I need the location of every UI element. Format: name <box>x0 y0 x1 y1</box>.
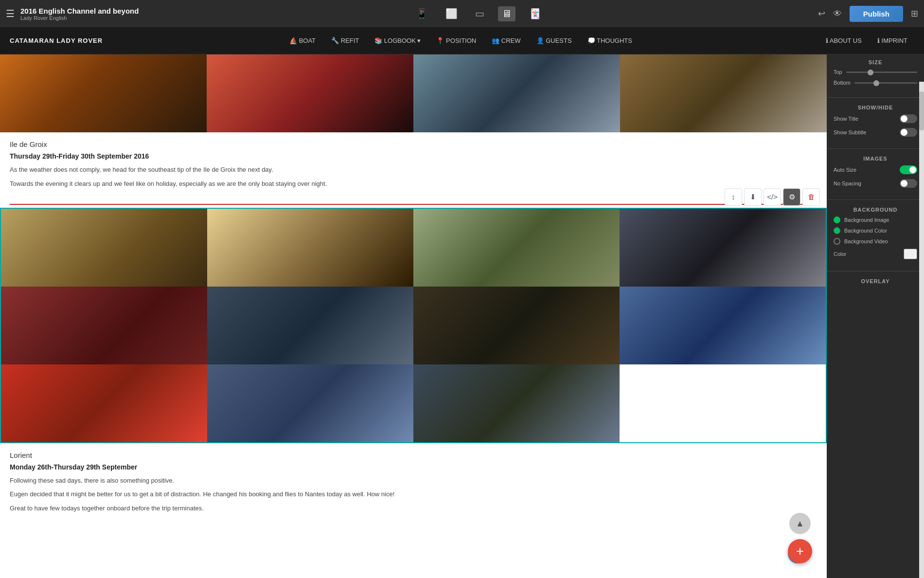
nav-right-links: ℹ ABOUT US ℹ IMPRINT <box>819 33 914 48</box>
selected-section[interactable]: ↕ ⬇ </> ⚙ 🗑 <box>0 208 827 443</box>
image-cell-2[interactable] <box>207 54 413 132</box>
lorient-section: Lorient Monday 26th-Thursday 29th Septem… <box>0 443 827 525</box>
bg-video-label: Background Video <box>844 238 888 244</box>
gallery-img-6[interactable] <box>207 287 413 364</box>
panel-no-spacing-label: No Spacing <box>834 181 861 186</box>
image-cell-4[interactable] <box>620 54 827 132</box>
device-desktop-small[interactable]: ▭ <box>471 6 488 21</box>
nav-links: ⛵ BOAT 🔧 REFIT 📚 LOGBOOK ▾ 📍 POSITION 👥 … <box>283 33 639 48</box>
body-text-2: Towards the evening it clears up and we … <box>10 179 817 189</box>
grid-button[interactable]: ⊞ <box>911 8 918 19</box>
bg-video-radio[interactable] <box>834 238 840 245</box>
panel-bg-image-row[interactable]: Background Image <box>834 217 917 223</box>
nav-logbook[interactable]: 📚 LOGBOOK ▾ <box>368 33 427 48</box>
panel-divider-3 <box>827 199 924 200</box>
show-subtitle-toggle[interactable] <box>900 128 917 137</box>
panel-showhide-title: Show/Hide <box>834 105 917 110</box>
title-bar-right: ↩ 👁 Publish ⊞ <box>818 6 918 22</box>
gallery-img-12-empty <box>620 364 826 442</box>
divider-container <box>0 204 827 205</box>
preview-button[interactable]: 👁 <box>833 9 842 19</box>
add-icon: + <box>796 543 804 559</box>
nav-crew[interactable]: 👥 CREW <box>485 33 527 48</box>
bg-image-label: Background Image <box>844 217 889 223</box>
panel-images-title: Images <box>834 156 917 162</box>
delete-tool-button[interactable]: 🗑 <box>802 188 820 206</box>
panel-show-subtitle-label: Show Subtitle <box>834 129 866 135</box>
gallery-img-10[interactable] <box>207 364 413 442</box>
gallery-img-3[interactable] <box>413 209 620 287</box>
top-slider-thumb[interactable] <box>868 70 873 75</box>
gallery-row-3 <box>1 364 826 442</box>
device-multipage[interactable]: 🃏 <box>525 6 545 21</box>
panel-divider-2 <box>827 148 924 149</box>
panel-bg-color-row[interactable]: Background Color <box>834 227 917 234</box>
panel-auto-size-label: Auto Size <box>834 167 856 173</box>
gallery-img-7[interactable] <box>413 287 620 364</box>
publish-button[interactable]: Publish <box>850 6 903 22</box>
text-content-block: Ile de Groix Thursday 29th-Friday 30th S… <box>0 132 827 201</box>
lorient-body-1: Following these sad days, there is also … <box>10 476 817 486</box>
scroll-top-icon: ▲ <box>796 519 804 529</box>
image-cell-1[interactable] <box>0 54 207 132</box>
code-tool-button[interactable]: </> <box>764 188 781 206</box>
gallery-img-9[interactable] <box>1 364 207 442</box>
panel-bottom-row: Bottom <box>834 80 917 86</box>
add-fab[interactable]: + <box>788 539 812 563</box>
gallery-img-8[interactable] <box>620 287 826 364</box>
scrollbar-thumb[interactable] <box>919 91 924 130</box>
no-spacing-toggle[interactable] <box>900 179 917 188</box>
color-picker[interactable] <box>904 249 917 259</box>
hamburger-menu[interactable]: ☰ <box>6 8 15 19</box>
nav-boat[interactable]: ⛵ BOAT <box>283 33 322 48</box>
nav-about[interactable]: ℹ ABOUT US <box>819 33 869 48</box>
scroll-top-fab[interactable]: ▲ <box>789 513 811 534</box>
panel-images-section: Images Auto Size No Spacing <box>827 151 924 198</box>
gallery-img-4[interactable] <box>620 209 826 287</box>
lorient-body-2: Eugen decided that it might be better fo… <box>10 489 817 500</box>
panel-no-spacing-row: No Spacing <box>834 179 917 188</box>
auto-size-knob <box>909 166 916 173</box>
right-panel: Size Top Bottom Show/Hide Show Title <box>827 54 924 578</box>
bottom-slider-thumb[interactable] <box>873 80 879 86</box>
scrollbar-track[interactable] <box>919 82 924 578</box>
download-tool-button[interactable]: ⬇ <box>744 188 762 206</box>
date-line: Thursday 29th-Friday 30th September 2016 <box>10 152 817 160</box>
gallery-img-1[interactable] <box>1 209 207 287</box>
nav-bar: CATAMARAN LADY ROVER ⛵ BOAT 🔧 REFIT 📚 LO… <box>0 27 924 54</box>
panel-show-title-row: Show Title <box>834 114 917 123</box>
settings-tool-button[interactable]: ⚙ <box>783 188 800 206</box>
bg-color-swatch[interactable] <box>834 227 840 234</box>
undo-button[interactable]: ↩ <box>818 8 825 19</box>
panel-top-row: Top <box>834 69 917 75</box>
bottom-slider[interactable] <box>854 82 917 84</box>
nav-guests[interactable]: 👤 GUESTS <box>530 33 579 48</box>
sort-tool-button[interactable]: ↕ <box>725 188 742 206</box>
image-cell-3[interactable] <box>413 54 620 132</box>
lorient-body-3: Great to have few todays together onboar… <box>10 504 817 514</box>
gallery-img-5[interactable] <box>1 287 207 364</box>
show-subtitle-knob <box>901 129 907 136</box>
panel-bg-video-row[interactable]: Background Video <box>834 238 917 245</box>
bg-color-label: Background Color <box>844 228 887 234</box>
panel-top-label: Top <box>834 69 842 75</box>
panel-divider-4 <box>827 271 924 271</box>
nav-logo: CATAMARAN LADY ROVER <box>10 37 103 44</box>
project-subtitle: Lady Rover English <box>20 15 139 21</box>
panel-overlay-title: Overlay <box>834 278 917 284</box>
nav-refit[interactable]: 🔧 REFIT <box>324 33 366 48</box>
device-tablet[interactable]: ⬜ <box>442 6 462 21</box>
bg-image-radio[interactable] <box>834 217 840 223</box>
lorient-name: Lorient <box>10 451 817 459</box>
nav-position[interactable]: 📍 POSITION <box>429 33 483 48</box>
top-image-row <box>0 54 827 132</box>
gallery-img-11[interactable] <box>413 364 620 442</box>
nav-imprint[interactable]: ℹ IMPRINT <box>871 33 914 48</box>
nav-thoughts[interactable]: 💭 THOUGHTS <box>581 33 639 48</box>
device-desktop[interactable]: 🖥 <box>498 6 515 21</box>
show-title-toggle[interactable] <box>900 114 917 123</box>
top-slider[interactable] <box>846 72 917 73</box>
gallery-img-2[interactable] <box>207 209 413 287</box>
auto-size-toggle[interactable] <box>900 165 917 174</box>
device-mobile[interactable]: 📱 <box>412 6 432 21</box>
